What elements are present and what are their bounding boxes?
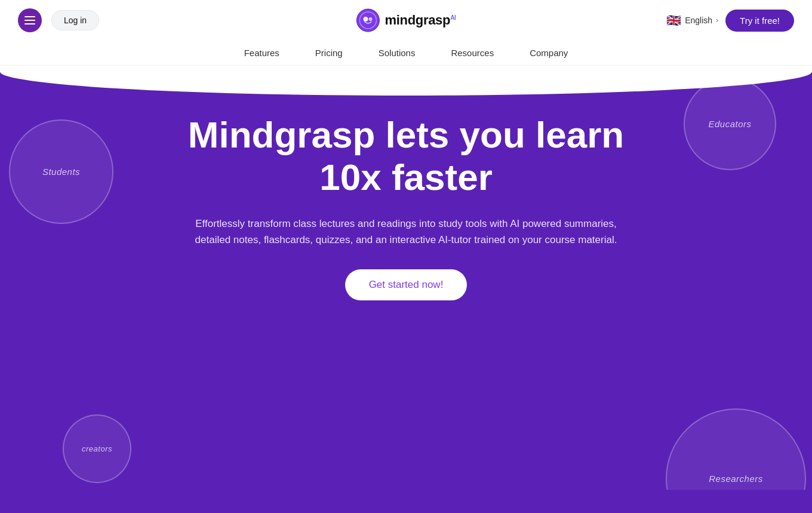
- svg-point-2: [363, 17, 368, 21]
- hero-section: Students Educators creators Researchers …: [0, 66, 812, 513]
- nav-item-resources[interactable]: Resources: [451, 48, 494, 58]
- language-selector[interactable]: 🇬🇧 English ›: [666, 13, 718, 27]
- try-free-button[interactable]: Try it free!: [725, 10, 794, 32]
- logo[interactable]: mindgraspAI: [356, 8, 456, 32]
- lang-label: English: [685, 16, 712, 25]
- logo-icon: [356, 8, 380, 32]
- nav-item-company[interactable]: Company: [530, 48, 568, 58]
- bottom-title: Great for Studying, Helping with Homewor…: [12, 508, 800, 513]
- header-right: 🇬🇧 English › Try it free!: [666, 10, 794, 32]
- get-started-button[interactable]: Get started now!: [345, 269, 467, 300]
- hero-title: Mindgrasp lets you learn 10x faster: [12, 113, 800, 199]
- svg-point-3: [368, 17, 372, 21]
- header: Log in mindgraspAI 🇬🇧 English › Try it f…: [0, 0, 812, 41]
- login-button[interactable]: Log in: [51, 10, 99, 30]
- logo-text: mindgraspAI: [385, 13, 456, 28]
- circle-creators: creators: [63, 414, 131, 483]
- hero-content: Mindgrasp lets you learn 10x faster Effo…: [0, 90, 812, 300]
- nav-item-solutions[interactable]: Solutions: [379, 48, 416, 58]
- menu-button[interactable]: [18, 8, 42, 32]
- researchers-label: Researchers: [709, 474, 763, 484]
- chevron-down-icon: ›: [716, 16, 718, 24]
- navbar: Features Pricing Solutions Resources Com…: [0, 41, 812, 66]
- header-left: Log in: [18, 8, 99, 32]
- nav-item-features[interactable]: Features: [244, 48, 279, 58]
- bottom-section: Great for Studying, Helping with Homewor…: [0, 490, 812, 513]
- flag-icon: 🇬🇧: [666, 13, 681, 27]
- creators-label: creators: [82, 444, 112, 453]
- hero-subtitle: Effortlessly transform class lectures an…: [191, 216, 621, 248]
- nav-item-pricing[interactable]: Pricing: [315, 48, 343, 58]
